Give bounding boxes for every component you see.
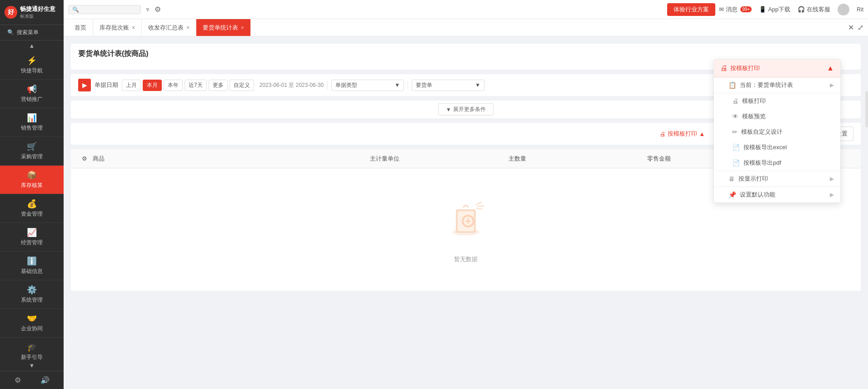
tab-order-stats-label: 要货单统计表 bbox=[203, 24, 238, 32]
expand-more-btn[interactable]: ▼ 展开更多条件 bbox=[438, 103, 494, 116]
inventory-icon: 📦 bbox=[27, 170, 37, 180]
dropdown-item-template-excel[interactable]: 📄 按模板导出excel bbox=[714, 140, 840, 155]
window-maximize-btn[interactable]: ⤢ bbox=[858, 23, 863, 32]
sidebar-item-sales[interactable]: 📊 销售管理 bbox=[0, 108, 64, 137]
date-btn-custom[interactable]: 自定义 bbox=[229, 80, 254, 91]
collab-icon: 🤝 bbox=[27, 313, 37, 323]
order-type-select[interactable]: 单据类型 ▼ bbox=[331, 80, 404, 91]
trial-button[interactable]: 体验行业方案 bbox=[667, 3, 715, 16]
dropdown-item-template-design[interactable]: ✏ 模板自定义设计 bbox=[714, 124, 840, 140]
dropdown-collapse-btn[interactable]: ▲ bbox=[827, 64, 834, 72]
tab-inventory-batch-close[interactable]: × bbox=[132, 25, 135, 30]
sidebar-item-operation[interactable]: 📈 经营管理 bbox=[0, 223, 64, 252]
sidebar-item-system[interactable]: ⚙️ 系统管理 bbox=[0, 280, 64, 309]
dropdown-item-template-preview[interactable]: 👁 模板预览 bbox=[714, 109, 840, 124]
sidebar-item-marketing[interactable]: 📢 营销推广 bbox=[0, 80, 64, 108]
empty-illustration bbox=[443, 196, 489, 250]
set-default-label: 设置默认功能 bbox=[740, 191, 775, 199]
window-close-btn[interactable]: ✕ bbox=[848, 23, 854, 32]
date-btn-more[interactable]: 更多 bbox=[209, 80, 228, 91]
date-btn-last-month[interactable]: 上月 bbox=[122, 80, 141, 91]
messages-label: 消息 bbox=[726, 5, 738, 14]
sidebar-item-inventory[interactable]: 📦 库存核算 bbox=[0, 166, 64, 194]
search-menu-label: 搜索菜单 bbox=[17, 29, 39, 36]
filter-expand-btn[interactable]: ▶ bbox=[78, 79, 91, 91]
app-download-btn[interactable]: 📱 App下载 bbox=[759, 5, 790, 14]
dropdown-header[interactable]: 🖨 按模板打印 ▲ bbox=[714, 60, 840, 77]
order-status-label: 要货单 bbox=[416, 81, 473, 89]
dropdown-set-default[interactable]: 📌 设置默认功能 ▶ bbox=[714, 187, 840, 202]
col-qty: 主数量 bbox=[509, 155, 647, 163]
item-preview-icon: 👁 bbox=[732, 113, 738, 120]
date-btn-this-year[interactable]: 本年 bbox=[164, 80, 183, 91]
filter-divider bbox=[327, 81, 328, 90]
col-gear[interactable]: ⚙ bbox=[76, 155, 93, 162]
user-avatar[interactable] bbox=[838, 4, 849, 15]
filter-divider2 bbox=[408, 81, 408, 90]
tab-home-label: 首页 bbox=[75, 24, 86, 32]
dropdown-item-template-pdf[interactable]: 📄 按模板导出pdf bbox=[714, 155, 840, 171]
dropdown-item-template-print[interactable]: 🖨 模板打印 bbox=[714, 93, 840, 109]
tab-home[interactable]: 首页 bbox=[68, 19, 93, 36]
resize-handle[interactable] bbox=[865, 91, 868, 127]
sidebar-label-marketing: 营销推广 bbox=[21, 96, 43, 103]
date-btn-7days[interactable]: 近7天 bbox=[185, 80, 207, 91]
messages-btn[interactable]: ✉ 消息 99+ bbox=[719, 5, 752, 14]
item-print-label: 模板打印 bbox=[742, 97, 766, 105]
display-print-label: 按显示打印 bbox=[738, 175, 768, 183]
tab-collection-summary-close[interactable]: × bbox=[186, 25, 190, 30]
top-bar-gear-icon[interactable]: ⚙ bbox=[155, 5, 161, 14]
scroll-up-btn[interactable]: ▲ bbox=[0, 40, 64, 51]
search-icon: 🔍 bbox=[7, 29, 14, 35]
audio-footer-btn[interactable]: 🔊 bbox=[40, 376, 50, 384]
search-menu[interactable]: 🔍 搜索菜单 bbox=[0, 25, 64, 40]
online-service-btn[interactable]: 🎧 在线客服 bbox=[798, 5, 830, 14]
top-search-input[interactable] bbox=[79, 6, 134, 13]
col-unit: 主计量单位 bbox=[370, 155, 509, 163]
sidebar-item-guide[interactable]: 🎓 新手引导 bbox=[0, 338, 64, 360]
user-name[interactable]: Rit bbox=[857, 6, 863, 13]
sidebar-footer: ⚙ 🔊 bbox=[0, 371, 64, 389]
finance-icon: 💰 bbox=[27, 199, 37, 209]
sidebar-item-basic[interactable]: ℹ️ 基础信息 bbox=[0, 252, 64, 280]
print-label: 按模板打印 bbox=[668, 130, 697, 138]
sidebar-label-guide: 新手引导 bbox=[21, 354, 43, 360]
tab-collection-summary-label: 收发存汇总表 bbox=[148, 24, 184, 32]
sidebar-item-quick-nav[interactable]: ⚡ 快捷导航 bbox=[0, 51, 64, 80]
app-name: 畅捷通好生意 bbox=[20, 5, 55, 13]
sidebar-item-collab[interactable]: 🤝 企业协同 bbox=[0, 309, 64, 338]
tab-order-stats-close[interactable]: × bbox=[241, 25, 244, 30]
app-version: 标准版 bbox=[20, 13, 55, 19]
item-design-label: 模板自定义设计 bbox=[741, 128, 783, 136]
order-status-select[interactable]: 要货单 ▼ bbox=[412, 80, 484, 91]
print-btn[interactable]: 🖨 按模板打印 ▲ bbox=[656, 128, 708, 140]
dropdown-display-print[interactable]: 🖥 按显示打印 ▶ bbox=[714, 171, 840, 187]
sidebar-nav: ⚡ 快捷导航 📢 营销推广 📊 销售管理 🛒 采购管理 📦 库存核算 💰 资金管… bbox=[0, 51, 64, 360]
expand-label: 展开更多条件 bbox=[453, 106, 486, 113]
tab-collection-summary[interactable]: 收发存汇总表 × bbox=[142, 19, 196, 36]
col-product-label: 商品 bbox=[93, 155, 105, 163]
system-icon: ⚙️ bbox=[27, 285, 37, 295]
tabs-bar: 首页 库存批次账 × 收发存汇总表 × 要货单统计表 × ✕ ⤢ bbox=[64, 19, 868, 36]
top-search-box[interactable]: 🔍 bbox=[68, 5, 141, 14]
tab-inventory-batch[interactable]: 库存批次账 × bbox=[93, 19, 142, 36]
page-title: 要货单统计表(按商品) bbox=[78, 49, 853, 59]
sidebar-item-purchase[interactable]: 🛒 采购管理 bbox=[0, 137, 64, 166]
sidebar-item-finance[interactable]: 💰 资金管理 bbox=[0, 194, 64, 223]
tab-inventory-batch-label: 库存批次账 bbox=[100, 24, 129, 32]
top-bar-dropdown-arrow[interactable]: ▼ bbox=[145, 6, 151, 13]
display-print-arrow: ▶ bbox=[830, 176, 834, 182]
messages-badge: 99+ bbox=[740, 6, 752, 12]
order-type-label: 单据类型 bbox=[335, 81, 393, 89]
guide-icon: 🎓 bbox=[27, 342, 37, 352]
tab-order-stats[interactable]: 要货单统计表 × bbox=[196, 19, 251, 36]
date-btn-this-month[interactable]: 本月 bbox=[143, 80, 162, 91]
print-icon: 🖨 bbox=[660, 131, 666, 137]
settings-footer-btn[interactable]: ⚙ bbox=[15, 376, 21, 384]
col-product: 商品 bbox=[93, 155, 370, 163]
gear-icon: ⚙ bbox=[82, 155, 87, 162]
dropdown-print-icon: 🖨 bbox=[720, 64, 728, 72]
print-chevron: ▲ bbox=[699, 131, 705, 137]
dropdown-current-section[interactable]: 📋 当前：要货单统计表 ▶ bbox=[714, 77, 840, 93]
scroll-down-btn[interactable]: ▼ bbox=[0, 360, 64, 371]
